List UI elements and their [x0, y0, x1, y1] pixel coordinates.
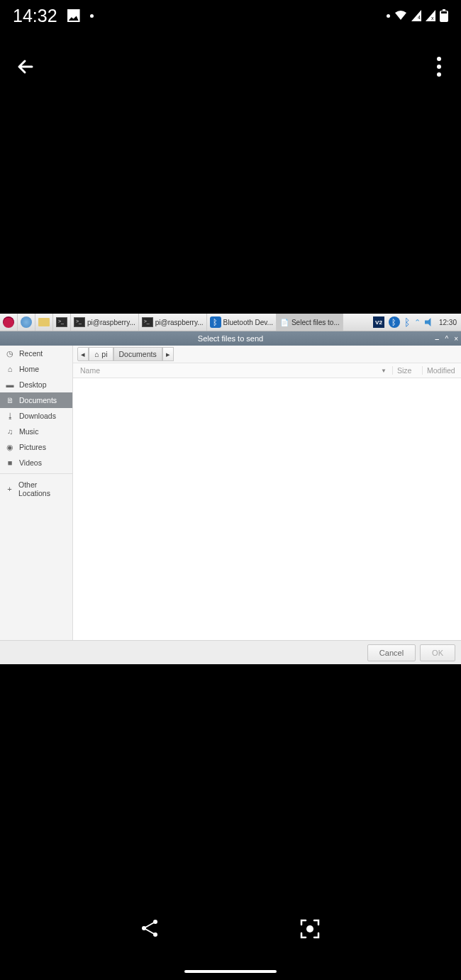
terminal-icon	[142, 317, 153, 327]
taskbar-item-file-select[interactable]: 📄Select files to...	[277, 314, 343, 331]
terminal-icon	[74, 317, 85, 327]
sidebar-label: Music	[19, 427, 38, 436]
close-button[interactable]: ×	[454, 335, 458, 343]
android-home-indicator[interactable]	[184, 970, 277, 973]
picture-icon	[67, 9, 80, 22]
column-size[interactable]: Size	[392, 366, 422, 375]
bluetooth-icon: ᛒ	[210, 316, 221, 328]
home-icon: ⌂	[94, 350, 99, 358]
sidebar-label: Desktop	[19, 380, 47, 389]
plus-icon: +	[6, 485, 13, 493]
wifi-tray-icon[interactable]: ⌃	[414, 318, 421, 327]
taskbar-label: pi@raspberry...	[155, 319, 204, 326]
taskbar-item-bluetooth[interactable]: ᛒBluetooth Dev...	[207, 314, 277, 331]
desktop-clock[interactable]: 12:30	[439, 319, 457, 326]
svg-text:4: 4	[418, 15, 421, 20]
folder-icon	[38, 318, 50, 326]
sidebar-label: Pictures	[19, 443, 46, 451]
video-icon: ■	[6, 458, 14, 467]
more-menu-button[interactable]	[437, 57, 447, 77]
column-modified[interactable]: Modified	[422, 366, 461, 375]
sidebar-item-recent[interactable]: ◷Recent	[0, 346, 72, 361]
battery-icon	[440, 9, 448, 22]
ok-button[interactable]: OK	[420, 644, 455, 661]
volume-tray-icon[interactable]	[425, 318, 435, 326]
sidebar-label: Documents	[19, 396, 57, 404]
sidebar-label: Downloads	[19, 412, 56, 420]
svg-rect-4	[441, 11, 447, 13]
sidebar-item-pictures[interactable]: ◉Pictures	[0, 439, 72, 455]
path-forward-button[interactable]: ▸	[162, 347, 174, 361]
bluetooth-tray-icon[interactable]: ᛒ	[389, 316, 400, 328]
taskbar-item-terminal-1[interactable]: pi@raspberry...	[71, 314, 139, 331]
android-app-bar	[0, 31, 461, 102]
path-back-button[interactable]: ◂	[77, 347, 89, 361]
android-status-right: 4 x	[387, 9, 448, 22]
path-label: Documents	[119, 350, 157, 358]
path-label: pi	[101, 350, 107, 358]
home-icon: ⌂	[6, 365, 14, 373]
minimize-button[interactable]: ‒	[435, 335, 439, 343]
notification-dot-icon	[90, 14, 94, 18]
svg-text:x: x	[431, 16, 434, 21]
sidebar-label: Home	[19, 365, 39, 373]
android-status-bar: 14:32 4 x	[0, 0, 461, 31]
download-icon: ⭳	[6, 412, 14, 420]
maximize-button[interactable]: ^	[445, 335, 448, 343]
browser-launcher[interactable]	[18, 314, 35, 331]
sidebar-item-other-locations[interactable]: +Other Locations	[0, 477, 72, 501]
doc-icon: 🗎	[6, 396, 14, 404]
cancel-button[interactable]: Cancel	[367, 644, 416, 661]
file-chooser: ◷Recent ⌂Home ▬Desktop 🗎Documents ⭳Downl…	[0, 346, 461, 664]
lens-button[interactable]	[299, 918, 321, 940]
sort-indicator-icon: ▼	[381, 368, 387, 374]
places-sidebar: ◷Recent ⌂Home ▬Desktop 🗎Documents ⭳Downl…	[0, 346, 73, 640]
sidebar-item-music[interactable]: ♫Music	[0, 424, 72, 439]
raspberry-icon	[3, 316, 14, 328]
android-bottom-bar	[0, 895, 461, 980]
vnc-tray-icon[interactable]: V2	[373, 316, 384, 328]
desktop-taskbar: pi@raspberry... pi@raspberry... ᛒBluetoo…	[0, 314, 461, 331]
app-menu-button[interactable]	[0, 314, 18, 331]
sidebar-label: Videos	[19, 458, 42, 467]
back-button[interactable]	[14, 56, 35, 77]
svg-point-8	[306, 925, 313, 932]
svg-rect-3	[443, 9, 445, 11]
music-icon: ♫	[6, 427, 14, 436]
terminal-launcher[interactable]	[53, 314, 71, 331]
taskbar-label: Bluetooth Dev...	[223, 319, 273, 326]
signal-icon-2: x	[426, 10, 435, 21]
path-bar: ◂ ⌂pi Documents ▸	[73, 346, 461, 363]
path-segment-home[interactable]: ⌂pi	[89, 347, 113, 361]
remote-desktop-view: pi@raspberry... pi@raspberry... ᛒBluetoo…	[0, 314, 461, 664]
terminal-icon	[56, 317, 67, 327]
dot-icon	[387, 14, 390, 18]
file-icon: 📄	[279, 317, 289, 327]
file-manager-launcher[interactable]	[35, 314, 53, 331]
taskbar-item-terminal-2[interactable]: pi@raspberry...	[139, 314, 207, 331]
bluetooth-sys-icon[interactable]: ᛒ	[404, 316, 410, 328]
file-list-area[interactable]	[73, 378, 461, 640]
sidebar-item-videos[interactable]: ■Videos	[0, 455, 72, 470]
picture-icon: ◉	[6, 443, 14, 451]
sidebar-item-home[interactable]: ⌂Home	[0, 361, 72, 377]
wifi-icon	[394, 10, 407, 21]
globe-icon	[21, 316, 32, 328]
signal-icon: 4	[411, 10, 421, 21]
taskbar-label: Select files to...	[291, 319, 340, 326]
window-title-bar[interactable]: Select files to send ‒ ^ ×	[0, 331, 461, 346]
column-name[interactable]: Name▼	[73, 366, 392, 375]
sidebar-item-desktop[interactable]: ▬Desktop	[0, 377, 72, 392]
android-clock: 14:32	[13, 6, 57, 26]
clock-icon: ◷	[6, 349, 14, 358]
desktop-icon: ▬	[6, 380, 14, 389]
taskbar-label: pi@raspberry...	[87, 319, 135, 326]
window-title: Select files to send	[198, 334, 263, 343]
column-headers: Name▼ Size Modified	[73, 363, 461, 378]
sidebar-item-documents[interactable]: 🗎Documents	[0, 392, 72, 408]
share-button[interactable]	[140, 918, 161, 940]
sidebar-label: Other Locations	[18, 480, 67, 497]
sidebar-item-downloads[interactable]: ⭳Downloads	[0, 408, 72, 424]
sidebar-label: Recent	[19, 349, 43, 358]
path-segment-documents[interactable]: Documents	[113, 347, 162, 361]
